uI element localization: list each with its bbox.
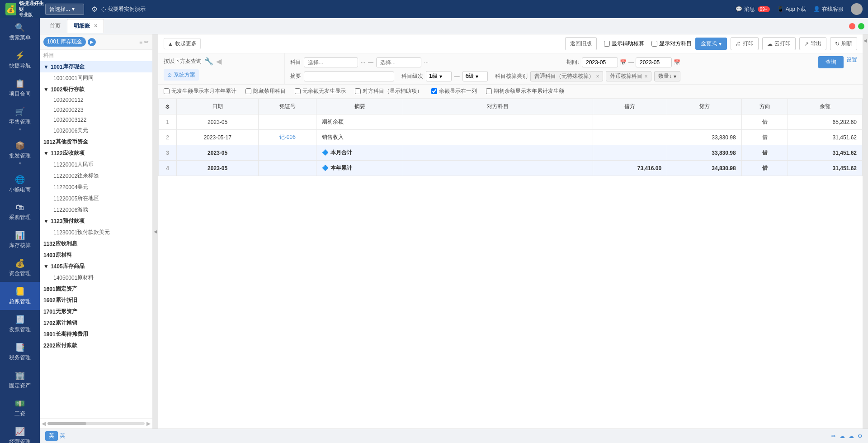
period-start-input[interactable]: [582, 57, 618, 67]
collapse-handle[interactable]: ◀: [153, 34, 158, 429]
sidebar-item-ledger[interactable]: 📒 总账管理: [0, 282, 40, 310]
subject-input[interactable]: [304, 57, 358, 67]
tree-item-11220005[interactable]: 11220005 所在地区: [40, 193, 152, 204]
cb-hide-disabled-input[interactable]: [245, 88, 251, 94]
cb-opposite-subject[interactable]: 对方科目（显示辅助项）: [355, 87, 422, 95]
tree-item-11220001[interactable]: 11220001 人民币: [40, 159, 152, 170]
filter-collapse-icon[interactable]: ◀: [216, 57, 222, 66]
cb-initial-balance-year-input[interactable]: [486, 88, 492, 94]
cb-opposite-subject-input[interactable]: [355, 88, 361, 94]
tree-item-1405[interactable]: ▼ 1405 库存商品: [40, 261, 152, 272]
tree-item-2202[interactable]: 2202 应付账款: [40, 340, 152, 351]
settings-icon[interactable]: ⚙: [91, 5, 98, 14]
tree-item-1602[interactable]: 1602 累计折旧: [40, 295, 152, 306]
tab-home[interactable]: 首页: [43, 19, 67, 33]
voucher-link-2[interactable]: 记-006: [279, 134, 296, 140]
tree-item-1601[interactable]: 1601 固定资产: [40, 283, 152, 295]
cb-no-balance-no-show[interactable]: 无余额无发生显示: [295, 87, 346, 95]
show-assist-checkbox[interactable]: 显示辅助核算: [604, 40, 644, 48]
cloud2-bottom-icon[interactable]: ☁: [849, 433, 854, 439]
sidebar-item-retail[interactable]: 🛒 零售管理 ▾: [0, 102, 40, 136]
row-voucher-2[interactable]: 记-006: [259, 130, 316, 145]
online-service-button[interactable]: 👤 在线客服: [813, 5, 844, 13]
tree-item-1122[interactable]: ▼ 1122 应收款项: [40, 148, 152, 159]
cloud-print-button[interactable]: ☁ 云打印: [762, 37, 796, 50]
window-max-button[interactable]: [858, 23, 864, 29]
tree-item-10020006[interactable]: 10020006 美元: [40, 125, 152, 136]
cb-hide-disabled[interactable]: 隐藏禁用科目: [245, 87, 286, 95]
tree-item-10010001[interactable]: 10010001 同同同: [40, 72, 152, 84]
system-plan-button[interactable]: ⊙ 系统方案: [164, 69, 199, 81]
show-more-button[interactable]: ▲ 收起更多: [164, 38, 201, 49]
tag-close-icon-2[interactable]: ×: [644, 73, 647, 80]
config-icon[interactable]: 🔧: [204, 57, 213, 66]
scroll-left-arrow[interactable]: ◀: [42, 420, 46, 427]
tag-foreign-currency[interactable]: 外币核算科目 ×: [606, 71, 651, 81]
export-button[interactable]: ↗ 导出: [799, 37, 826, 50]
tag-close-icon[interactable]: ×: [596, 73, 599, 80]
sidebar-item-search[interactable]: 🔍 搜索菜单: [0, 18, 40, 46]
sidebar-item-tax[interactable]: 📑 税务管理: [0, 338, 40, 366]
print-button[interactable]: 🖨 打印: [731, 37, 759, 50]
calendar-icon-2[interactable]: 📅: [674, 59, 680, 66]
tree-item-1403[interactable]: 1403 原材料: [40, 249, 152, 261]
tree-item-11220006[interactable]: 11220006 游戏: [40, 204, 152, 215]
subject-input-2[interactable]: [376, 57, 421, 67]
cb-no-balance-input[interactable]: [164, 88, 170, 94]
summary-input[interactable]: [304, 71, 394, 81]
edit-bottom-icon[interactable]: ✏: [831, 433, 836, 439]
tree-item-11220004[interactable]: 11220004 美元: [40, 181, 152, 193]
cloud-bottom-icon[interactable]: ☁: [840, 433, 845, 439]
cb-no-balance-no-show-input[interactable]: [295, 88, 301, 94]
tree-item-1801[interactable]: 1801 长期待摊费用: [40, 329, 152, 340]
bottom-lang-btn[interactable]: 英 英: [45, 431, 65, 441]
sidebar-item-inventory[interactable]: 📊 库存核算: [0, 226, 40, 254]
sidebar-item-salary[interactable]: 💵 工资: [0, 394, 40, 422]
level-end-select[interactable]: 6级 ▾: [462, 71, 488, 81]
nav-arrow-button[interactable]: ▶: [88, 38, 96, 46]
tab-close-icon[interactable]: ×: [94, 23, 97, 29]
tag-quantity[interactable]: 数量↓ ▾: [654, 71, 680, 81]
show-subject-checkbox[interactable]: 显示对方科目: [651, 40, 692, 48]
sidebar-item-quicknav[interactable]: ⚡ 快捷导航: [0, 46, 40, 74]
company-selector[interactable]: 暂选择... ▾: [45, 4, 84, 15]
window-close-button[interactable]: [849, 23, 855, 29]
sidebar-item-management[interactable]: 📈 经营管理: [0, 422, 40, 443]
sidebar-item-project[interactable]: 📋 项目合同: [0, 74, 40, 102]
tree-item-1012[interactable]: 1012 其他货币资金: [40, 136, 152, 148]
tree-item-11220002[interactable]: 11220002 往来标签: [40, 170, 152, 181]
tag-normal-subject[interactable]: 普通科目（无特殊核算） ×: [530, 71, 603, 81]
show-subject-input[interactable]: [651, 41, 657, 47]
tree-item-1001[interactable]: ▼ 1001 库存现金: [40, 61, 152, 72]
refresh-button[interactable]: ↻ 刷新: [830, 37, 857, 50]
tree-item-1002[interactable]: ▼ 1002 银行存款: [40, 84, 152, 95]
settings-bottom-icon[interactable]: ⚙: [858, 433, 863, 439]
tree-item-1123[interactable]: ▼ 1123 预付款项: [40, 215, 152, 227]
tree-item-10020001[interactable]: 10020001 12: [40, 95, 152, 105]
sidebar-item-funds[interactable]: 💰 资金管理: [0, 254, 40, 282]
demo-button[interactable]: ◌ 我要看实例演示: [101, 5, 146, 13]
level-start-select[interactable]: 1级 ▾: [426, 71, 452, 81]
settings-link[interactable]: 设置: [846, 56, 857, 68]
show-assist-input[interactable]: [604, 41, 610, 47]
sidebar-item-ecommerce[interactable]: 🌐 小畅电商: [0, 170, 40, 198]
tree-item-1701[interactable]: 1701 无形资产: [40, 306, 152, 317]
tree-item-1132[interactable]: 1132 应收利息: [40, 238, 152, 249]
tab-detail[interactable]: 明细账 ×: [67, 19, 104, 33]
amount-style-button[interactable]: 金额式 ▾: [695, 38, 727, 50]
tree-item-10020002[interactable]: 10020002 23: [40, 105, 152, 115]
message-button[interactable]: 💬 消息 99+: [736, 5, 770, 13]
return-old-button[interactable]: 返回旧版: [565, 37, 597, 50]
tree-item-11230001[interactable]: 11230001 预付款款美元: [40, 227, 152, 238]
tree-item-10020003[interactable]: 10020003 122: [40, 115, 152, 125]
query-button[interactable]: 查询: [818, 56, 844, 68]
tree-item-1702[interactable]: 1702 累计摊销: [40, 317, 152, 329]
lang-button[interactable]: 英: [45, 431, 58, 441]
right-collapse-handle[interactable]: ◀: [863, 34, 868, 429]
sidebar-item-invoice[interactable]: 🧾 发票管理: [0, 310, 40, 338]
user-avatar[interactable]: [851, 3, 863, 15]
sidebar-item-assets[interactable]: 🏢 固定资产: [0, 366, 40, 394]
cb-balance-one-col-input[interactable]: [431, 88, 437, 94]
tree-item-14050001[interactable]: 14050001 原材料: [40, 272, 152, 283]
app-download-button[interactable]: 📱 App下载: [777, 5, 806, 13]
